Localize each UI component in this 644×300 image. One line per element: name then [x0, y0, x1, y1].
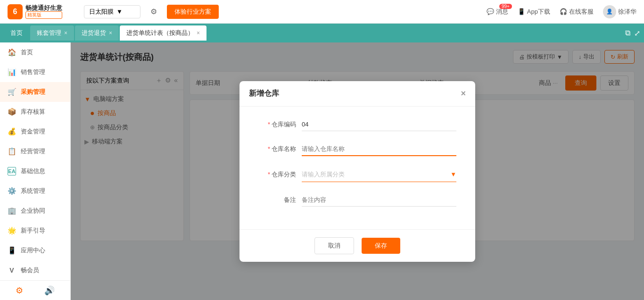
sidebar: 🏠 首页 📊 销售管理 🛒 采购管理 📦 库存核算 💰 资金管理 📋 经营管理 …: [0, 42, 71, 300]
sidebar-item-finance-label: 资金管理: [21, 127, 45, 136]
system-icon: ⚙️: [8, 187, 16, 195]
cancel-button[interactable]: 取消: [314, 237, 354, 254]
sidebar-item-guide-label: 新手引导: [21, 226, 45, 235]
category-label: 仓库分类: [258, 170, 296, 179]
tab-window-btn[interactable]: ⧉: [625, 29, 630, 38]
message-icon: 💬: [487, 8, 494, 15]
enterprise-icon: 🏢: [8, 207, 16, 215]
service-action[interactable]: 🎧 在线客服: [560, 8, 594, 16]
sidebar-item-basic-info-label: 基础信息: [21, 167, 45, 175]
tab-accounts[interactable]: 账套管理 ×: [30, 25, 74, 41]
mobile-icon: 📱: [518, 8, 525, 15]
tab-actions: ⧉ ⤢: [625, 29, 640, 38]
category-select[interactable]: 请输入所属分类 ▼: [302, 167, 456, 182]
sidebar-item-finance[interactable]: 💰 资金管理: [0, 122, 70, 142]
operation-icon: 📋: [8, 147, 16, 156]
form-row-note: 备注: [258, 193, 456, 207]
code-label: 仓库编码: [258, 120, 296, 129]
sidebar-item-basic-info[interactable]: EA 基础信息: [0, 161, 70, 181]
message-action[interactable]: 💬 消息 99+: [487, 8, 508, 16]
service-label: 在线客服: [569, 8, 594, 16]
sidebar-item-system-label: 系统管理: [21, 187, 45, 195]
form-row-code: 仓库编码: [258, 118, 456, 131]
tab-home[interactable]: 首页: [4, 25, 29, 41]
message-badge: 99+: [499, 4, 512, 9]
sidebar-bottom: ⚙ 🔊: [0, 280, 70, 300]
sidebar-item-member[interactable]: V 畅会员: [0, 260, 70, 280]
guide-icon: 🌟: [8, 226, 16, 235]
top-header: 6 畅捷通好生意 精英版 日太阳膜 ▼ ⚙ 体验行业方案 💬 消息 99+ 📱 …: [0, 0, 644, 24]
category-placeholder: 请输入所属分类: [302, 170, 345, 179]
home-tab-label: 首页: [10, 29, 23, 37]
name-input[interactable]: [302, 142, 456, 156]
dialog-body: 仓库编码 仓库名称 仓库分类 请输入所属分类 ▼: [239, 107, 475, 229]
sidebar-item-sales[interactable]: 📊 销售管理: [0, 62, 70, 82]
settings-icon[interactable]: ⚙: [146, 4, 161, 19]
sidebar-item-enterprise-label: 企业协同: [21, 207, 45, 215]
sidebar-item-operation[interactable]: 📋 经营管理: [0, 142, 70, 161]
user-name: 徐泽华: [618, 8, 636, 16]
logo-badge: 精英版: [25, 11, 62, 19]
apps-icon: 📱: [8, 246, 16, 255]
sidebar-item-home[interactable]: 🏠 首页: [0, 42, 70, 62]
dialog-close-icon[interactable]: ×: [461, 89, 466, 99]
sidebar-item-inventory[interactable]: 📦 库存核算: [0, 102, 70, 122]
dialog-title: 新增仓库: [249, 89, 279, 99]
sidebar-item-enterprise[interactable]: 🏢 企业协同: [0, 201, 70, 221]
store-name: 日太阳膜: [89, 8, 114, 16]
sidebar-item-purchase[interactable]: 🛒 采购管理: [0, 82, 70, 102]
finance-icon: 💰: [8, 127, 16, 136]
app-label: App下载: [527, 8, 550, 16]
content-area: 进货单统计(按商品) 🖨 按模板打印 ▼ ↓ 导出 ↻ 刷新: [71, 42, 644, 300]
sidebar-item-purchase-label: 采购管理: [21, 88, 45, 96]
basic-info-icon: EA: [8, 167, 16, 175]
main-layout: 🏠 首页 📊 销售管理 🛒 采购管理 📦 库存核算 💰 资金管理 📋 经营管理 …: [0, 42, 644, 300]
sales-icon: 📊: [8, 68, 16, 76]
code-input[interactable]: [302, 118, 456, 131]
close-icon[interactable]: ×: [197, 30, 200, 36]
tab-purchase-return-label: 进货退货: [82, 29, 106, 37]
tab-purchase-stats-label: 进货单统计表（按商品）: [126, 29, 194, 37]
save-button[interactable]: 保存: [362, 238, 400, 254]
tab-purchase-return[interactable]: 进货退货 ×: [75, 25, 119, 41]
sidebar-item-sales-label: 销售管理: [21, 68, 45, 76]
tab-accounts-label: 账套管理: [37, 29, 61, 37]
store-selector[interactable]: 日太阳膜 ▼: [84, 5, 140, 18]
sidebar-item-guide[interactable]: 🌟 新手引导: [0, 221, 70, 241]
tab-expand-btn[interactable]: ⤢: [634, 29, 640, 38]
new-warehouse-dialog: 新增仓库 × 仓库编码 仓库名称 仓库分类: [239, 81, 475, 262]
headset-icon: 🎧: [560, 8, 567, 15]
form-row-name: 仓库名称: [258, 142, 456, 156]
tab-purchase-stats[interactable]: 进货单统计表（按商品） ×: [120, 25, 206, 41]
sidebar-item-member-label: 畅会员: [21, 266, 39, 275]
dialog-header: 新增仓库 ×: [239, 81, 475, 107]
dialog-footer: 取消 保存: [239, 229, 475, 262]
inventory-icon: 📦: [8, 108, 16, 116]
speaker-icon[interactable]: 🔊: [44, 285, 55, 296]
logo-area: 6 畅捷通好生意 精英版: [8, 4, 78, 19]
close-icon[interactable]: ×: [64, 30, 67, 36]
sidebar-item-apps[interactable]: 📱 应用中心: [0, 241, 70, 260]
tab-bar: 首页 账套管理 × 进货退货 × 进货单统计表（按商品） × ⧉ ⤢: [0, 24, 644, 42]
close-icon[interactable]: ×: [109, 30, 112, 36]
logo-icon: 6: [8, 4, 23, 19]
form-row-category: 仓库分类 请输入所属分类 ▼: [258, 167, 456, 182]
logo-title: 畅捷通好生意: [25, 4, 62, 12]
home-icon: 🏠: [8, 48, 16, 57]
note-label: 备注: [258, 196, 296, 204]
trial-button[interactable]: 体验行业方案: [167, 5, 219, 19]
avatar: 👤: [603, 5, 616, 18]
sidebar-item-home-label: 首页: [21, 48, 33, 57]
header-right: 💬 消息 99+ 📱 App下载 🎧 在线客服 👤 徐泽华: [487, 5, 636, 18]
member-icon: V: [8, 266, 16, 275]
category-chevron-icon: ▼: [450, 171, 456, 178]
user-action[interactable]: 👤 徐泽华: [603, 5, 636, 18]
settings-bottom-icon[interactable]: ⚙: [16, 285, 23, 296]
sidebar-item-operation-label: 经营管理: [21, 147, 45, 156]
app-download-action[interactable]: 📱 App下载: [518, 8, 550, 16]
sidebar-item-inventory-label: 库存核算: [21, 108, 45, 116]
sidebar-item-apps-label: 应用中心: [21, 246, 45, 255]
sidebar-item-system[interactable]: ⚙️ 系统管理: [0, 181, 70, 201]
note-input[interactable]: [302, 193, 456, 207]
chevron-down-icon: ▼: [116, 8, 123, 15]
